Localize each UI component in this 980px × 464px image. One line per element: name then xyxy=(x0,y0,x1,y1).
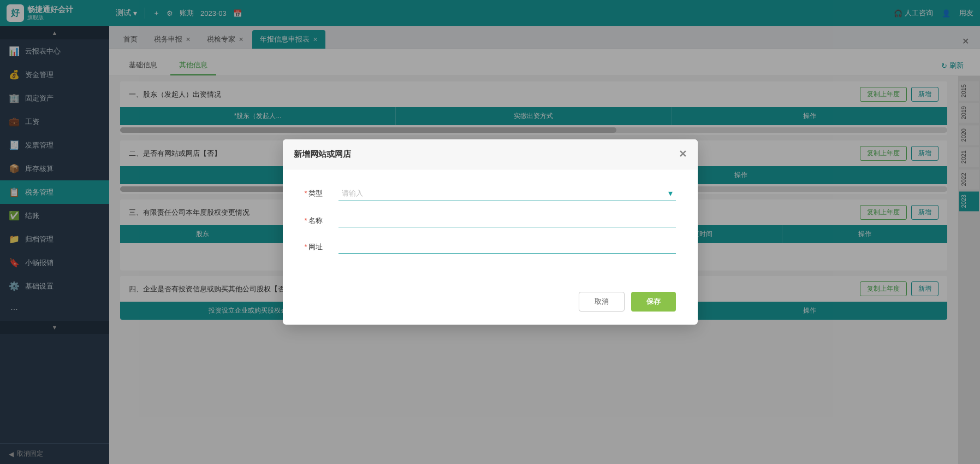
modal-header: 新增网站或网店 ✕ xyxy=(283,139,698,169)
name-label: *名称 xyxy=(305,216,332,226)
type-input[interactable] xyxy=(342,189,668,197)
url-input[interactable] xyxy=(342,243,673,251)
save-btn[interactable]: 保存 xyxy=(631,292,676,312)
name-input[interactable] xyxy=(342,216,673,225)
modal-overlay[interactable]: 新增网站或网店 ✕ *类型 ▾ *名称 xyxy=(0,0,980,464)
form-row-name: *名称 xyxy=(305,214,676,227)
modal-close-btn[interactable]: ✕ xyxy=(679,148,687,160)
modal-body: *类型 ▾ *名称 *网址 xyxy=(283,169,698,283)
dropdown-arrow-icon[interactable]: ▾ xyxy=(668,188,673,198)
cancel-btn[interactable]: 取消 xyxy=(579,292,625,312)
modal-title: 新增网站或网店 xyxy=(294,149,351,160)
form-row-url: *网址 xyxy=(305,240,676,254)
type-input-wrap[interactable]: ▾ xyxy=(338,186,676,201)
url-label: *网址 xyxy=(305,242,332,252)
url-input-wrap[interactable] xyxy=(338,240,676,254)
modal-footer: 取消 保存 xyxy=(283,283,698,325)
modal-add-website: 新增网站或网店 ✕ *类型 ▾ *名称 xyxy=(283,139,698,325)
name-input-wrap[interactable] xyxy=(338,214,676,227)
form-row-type: *类型 ▾ xyxy=(305,186,676,201)
type-label: *类型 xyxy=(305,189,332,198)
